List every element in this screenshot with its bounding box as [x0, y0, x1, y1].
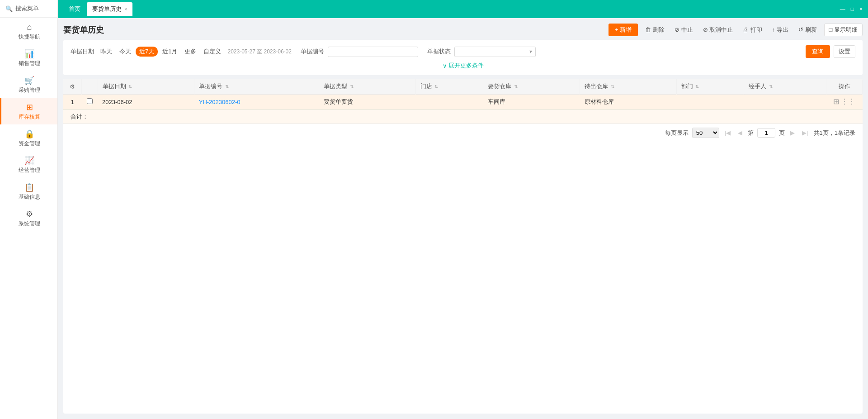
refresh-button[interactable]: ↺ 刷新 [796, 24, 820, 36]
date-tab-last7days[interactable]: 近7天 [136, 47, 158, 57]
filter-row-1: 单据日期 昨天今天近7天近1月更多自定义 2023-05-27 至 2023-0… [71, 45, 855, 58]
pagination-bar: 每页显示 50 100 200 |◀ ◀ 第 页 ▶ ▶| 共1页，1条记录 [63, 124, 863, 142]
search-icon: 🔍 [5, 5, 13, 12]
col-header-dept[interactable]: 部门 ⇅ [676, 79, 744, 95]
tab-home[interactable]: 首页 [63, 2, 86, 16]
window-minimize-btn[interactable]: — [840, 6, 845, 12]
sidebar-icon-finance-mgmt: 🔒 [24, 130, 34, 138]
tab-active[interactable]: 要货单历史 × [87, 2, 132, 16]
col-sort-arrows-req_warehouse: 要货仓库 ⇅ [488, 83, 518, 90]
topbar: 首页 要货单历史 × — □ × [58, 0, 868, 18]
row-settings-0: 1 [63, 95, 81, 110]
date-filter-group: 单据日期 昨天今天近7天近1月更多自定义 2023-05-27 至 2023-0… [71, 47, 292, 57]
status-select[interactable] [454, 47, 536, 57]
sidebar-icon-inventory: ⊞ [26, 103, 33, 111]
row-shop-0 [415, 95, 483, 110]
status-select-wrap [454, 47, 536, 57]
sidebar-search-label: 搜索菜单 [15, 5, 39, 13]
stop-button[interactable]: ⊘ 中止 [672, 24, 696, 36]
row-checkbox-0[interactable] [81, 95, 98, 110]
sidebar-item-sales-mgmt[interactable]: 📊 销售管理 [0, 44, 57, 71]
sidebar-item-inventory[interactable]: ⊞ 库存核算 [0, 98, 57, 124]
col-header-bill_type[interactable]: 单据类型 ⇅ [319, 79, 416, 95]
row-handler-0 [744, 95, 826, 110]
sidebar-item-system-mgmt[interactable]: ⚙ 系统管理 [0, 205, 57, 231]
last-page-btn[interactable]: ▶| [800, 129, 810, 137]
next-page-btn[interactable]: ▶ [788, 129, 797, 137]
col-header-req_warehouse[interactable]: 要货仓库 ⇅ [483, 79, 580, 95]
col-header-bill_no[interactable]: 单据编号 ⇅ [194, 79, 319, 95]
sidebar-search[interactable]: 🔍 搜索菜单 [0, 0, 57, 18]
col-sort-arrows-bill_type: 单据类型 ⇅ [324, 83, 354, 90]
date-range-text: 2023-05-27 至 2023-06-02 [227, 48, 291, 56]
content-area: 要货单历史 + 新增 🗑 删除 ⊘ 中止 ⊘ 取消中止 🖨 打印 ↑ 导出 ↺ … [58, 18, 868, 419]
bill-no-filter-group: 单据编号 [301, 47, 418, 57]
new-button[interactable]: + 新增 [609, 24, 638, 36]
bill-no-input[interactable] [328, 47, 418, 57]
filter-area: 单据日期 昨天今天近7天近1月更多自定义 2023-05-27 至 2023-0… [63, 40, 863, 75]
tab-close-icon[interactable]: × [124, 6, 127, 12]
col-header-shop[interactable]: 门店 ⇅ [415, 79, 483, 95]
sidebar-item-ops-mgmt[interactable]: 📈 经营管理 [0, 151, 57, 178]
date-tab-today[interactable]: 今天 [117, 47, 134, 57]
col-sort-arrows-handler: 经手人 ⇅ [749, 83, 773, 90]
sidebar-icon-purchase-mgmt: 🛒 [24, 76, 34, 85]
table-head: ⚙单据日期 ⇅单据编号 ⇅单据类型 ⇅门店 ⇅要货仓库 ⇅待出仓库 ⇅部门 ⇅经… [63, 79, 863, 95]
cancel-stop-button[interactable]: ⊘ 取消中止 [700, 24, 736, 36]
sidebar-item-quick-nav[interactable]: ⌂ 快捷导航 [0, 18, 57, 44]
sidebar-label-sales-mgmt: 销售管理 [19, 60, 40, 67]
table-body: 1 2023-06-02 YH-20230602-0 要货单要货 车间库 原材料… [63, 95, 863, 110]
expand-filter-button[interactable]: ∨ 展开更多条件 [443, 62, 484, 70]
date-filter-label: 单据日期 [71, 48, 94, 56]
date-tab-more[interactable]: 更多 [182, 47, 199, 57]
row-more-btn-0[interactable]: ⋮⋮ [841, 98, 855, 105]
page-title: 要货单历史 [63, 24, 104, 35]
table-area: ⚙单据日期 ⇅单据编号 ⇅单据类型 ⇅门店 ⇅要货仓库 ⇅待出仓库 ⇅部门 ⇅经… [63, 79, 863, 414]
window-close-btn[interactable]: × [859, 6, 863, 12]
data-table: ⚙单据日期 ⇅单据编号 ⇅单据类型 ⇅门店 ⇅要货仓库 ⇅待出仓库 ⇅部门 ⇅经… [63, 79, 863, 110]
col-header-pending_warehouse[interactable]: 待出仓库 ⇅ [580, 79, 677, 95]
date-tab-custom[interactable]: 自定义 [201, 47, 224, 57]
export-button[interactable]: ↑ 导出 [769, 24, 791, 36]
summary-label: 合计： [71, 113, 88, 121]
date-tabs: 昨天今天近7天近1月更多自定义 [98, 47, 224, 57]
row-reqwh-0: 车间库 [483, 95, 580, 110]
row-edit-btn-0[interactable]: ⊞ [833, 98, 839, 105]
row-dept-0 [676, 95, 744, 110]
col-sort-arrows-dept: 部门 ⇅ [681, 83, 699, 90]
status-label: 单据状态 [427, 48, 451, 56]
page-input[interactable] [757, 128, 775, 138]
sidebar: 🔍 搜索菜单 ⌂ 快捷导航 📊 销售管理 🛒 采购管理 ⊞ 库存核算 🔒 资金管… [0, 0, 58, 419]
prev-page-btn[interactable]: ◀ [736, 129, 744, 137]
sidebar-icon-basic-info: 📋 [24, 183, 34, 191]
topbar-right: — □ × [840, 6, 863, 12]
row-billno-0[interactable]: YH-20230602-0 [194, 95, 319, 110]
query-button[interactable]: 查询 [806, 45, 830, 58]
settings-button[interactable]: 设置 [834, 45, 855, 58]
sidebar-item-basic-info[interactable]: 📋 基础信息 [0, 178, 57, 205]
tab-home-label: 首页 [69, 5, 80, 13]
per-page-label: 每页显示 [665, 129, 689, 137]
sidebar-item-finance-mgmt[interactable]: 🔒 资金管理 [0, 124, 57, 151]
sidebar-label-purchase-mgmt: 采购管理 [19, 86, 40, 94]
delete-button[interactable]: 🗑 删除 [642, 24, 667, 36]
window-maximize-btn[interactable]: □ [851, 6, 854, 12]
sidebar-label-finance-mgmt: 资金管理 [19, 140, 40, 148]
date-tab-yesterday[interactable]: 昨天 [98, 47, 115, 57]
col-header-date[interactable]: 单据日期 ⇅ [98, 79, 194, 95]
date-tab-last1month[interactable]: 近1月 [160, 47, 180, 57]
first-page-btn[interactable]: |◀ [723, 129, 732, 137]
table-row: 1 2023-06-02 YH-20230602-0 要货单要货 车间库 原材料… [63, 95, 863, 110]
col-sort-arrows-date: 单据日期 ⇅ [103, 83, 132, 90]
print-button[interactable]: 🖨 打印 [740, 24, 765, 36]
sidebar-icon-quick-nav: ⌂ [27, 23, 32, 31]
sidebar-icon-ops-mgmt: 📈 [24, 157, 34, 165]
col-header-handler[interactable]: 经手人 ⇅ [744, 79, 826, 95]
show-detail-button[interactable]: □ 显示明细 [824, 24, 863, 36]
col-header-settings: ⚙ [63, 79, 81, 95]
toolbar: + 新增 🗑 删除 ⊘ 中止 ⊘ 取消中止 🖨 打印 ↑ 导出 ↺ 刷新 □ 显… [609, 24, 863, 36]
sidebar-item-purchase-mgmt[interactable]: 🛒 采购管理 [0, 71, 57, 98]
per-page-select[interactable]: 50 100 200 [692, 128, 719, 138]
page-header: 要货单历史 + 新增 🗑 删除 ⊘ 中止 ⊘ 取消中止 🖨 打印 ↑ 导出 ↺ … [63, 24, 863, 36]
col-header-checkbox [81, 79, 98, 95]
